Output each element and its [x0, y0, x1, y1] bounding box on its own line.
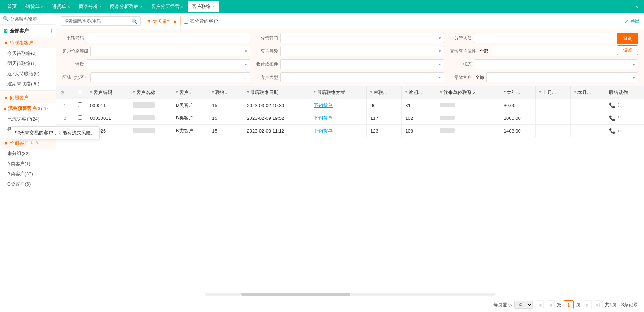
sidebar-item-week-pending[interactable]: 近7天待联络(0)	[0, 69, 56, 79]
per-page-select[interactable]: 50 100	[514, 301, 533, 309]
my-customers-checkbox[interactable]	[184, 19, 188, 24]
th-action: 联络动作	[605, 86, 644, 99]
row-last-contact-method-1[interactable]: 下销货单	[310, 99, 367, 112]
sidebar-group-churn-warning[interactable]: ● 流失预警客户(3) ⓘ	[0, 103, 56, 114]
first-page-btn[interactable]: |◀	[535, 300, 544, 309]
nature-select[interactable]: ▼	[86, 59, 250, 69]
sidebar-item-lost-customers[interactable]: 已流失客户(24)	[0, 114, 56, 124]
next-page-btn[interactable]: ▶	[583, 300, 592, 309]
th-last-month[interactable]: * 上月...	[536, 86, 571, 99]
query-btn[interactable]: 查询	[617, 33, 638, 44]
sidebar-group-problem[interactable]: ▼ 问题客户	[0, 92, 56, 103]
phone-input[interactable]	[86, 33, 250, 43]
nav-tab-customer-layer[interactable]: 客户分层经营 ×	[147, 1, 188, 12]
content-area: 🔍 ▼ 更多条件 ▲ 我分管的客户 ↗ 导出 电话号码	[56, 13, 644, 312]
payment-select[interactable]: ▼	[280, 59, 444, 69]
last-page-btn[interactable]: ▶|	[594, 300, 603, 309]
th-customer-type-label: * 客户...	[176, 90, 193, 95]
nav-home[interactable]: 首页	[3, 1, 21, 12]
sidebar-item-ungrouped[interactable]: 未分组(32)	[0, 149, 56, 159]
th-uncontacted[interactable]: * 未联...	[367, 86, 402, 99]
th-last-contact-method[interactable]: * 最后联络方式	[310, 86, 367, 99]
nav-tab-analysis-list[interactable]: 商品分析列表 ×	[106, 1, 146, 12]
customer-type-select[interactable]: ▼	[280, 72, 444, 82]
nav-tab-sales[interactable]: 销货单 ×	[21, 1, 48, 12]
close-analysis-list-tab[interactable]: ×	[140, 4, 142, 9]
nav-tab-analysis[interactable]: 商品分析 ×	[75, 1, 106, 12]
sidebar-item-today-pending[interactable]: 今天待联络(0)	[0, 48, 56, 58]
th-code[interactable]: * 客户编码	[86, 86, 129, 99]
row-last-contact-method-2[interactable]: 下销货单	[310, 112, 367, 125]
close-sales-tab[interactable]: ×	[41, 4, 43, 9]
sidebar-search-wrap: 🔍	[0, 13, 56, 25]
row-last-month-1	[536, 99, 571, 112]
row-contact-person-3	[436, 125, 500, 137]
region-select[interactable]: ...	[90, 72, 250, 82]
action-more-icon-2[interactable]: ⠿	[617, 115, 621, 121]
value-edit-icon[interactable]: ✎	[35, 141, 39, 146]
staff-select[interactable]: ...	[474, 33, 638, 43]
customer-level-select[interactable]: ▼	[280, 46, 444, 56]
export-btn[interactable]: ↗ 导出	[625, 18, 640, 24]
action-more-icon-3[interactable]: ⠿	[617, 128, 621, 134]
settings-gear-icon[interactable]: ⚙	[60, 90, 65, 96]
sidebar-item-a-class[interactable]: A类客户(1)	[0, 159, 56, 169]
th-checkbox[interactable]	[74, 86, 86, 99]
select-all-checkbox[interactable]	[78, 90, 82, 94]
h-scrollbar-thumb[interactable]	[241, 293, 350, 296]
th-overdue-label: * 逾期...	[405, 90, 422, 95]
churn-warning-info-icon: ⓘ	[44, 106, 48, 112]
settings-btn[interactable]: 设置	[617, 45, 638, 55]
row-checkbox-1[interactable]	[74, 99, 86, 112]
filter-row-zero-attr: 零散客户属性 全部 ▼	[450, 46, 638, 56]
sidebar-item-b-class[interactable]: B类客户(33)	[0, 169, 56, 179]
th-settings[interactable]: ⚙	[56, 86, 74, 99]
export-icon: ↗	[625, 19, 629, 24]
h-scrollbar[interactable]	[205, 293, 496, 296]
collapse-btn[interactable]: 《	[48, 28, 52, 34]
table-row: 1 000011 B类客户 15 2023-03-02 10:30: 下销货单 …	[56, 99, 644, 112]
th-name[interactable]: * 客户名称	[129, 86, 172, 99]
nav-tab-customer-contact[interactable]: 客户联络 ×	[188, 1, 219, 12]
th-customer-type[interactable]: * 客户...	[172, 86, 208, 99]
action-phone-icon-2[interactable]: 📞	[609, 115, 615, 121]
prev-page-btn[interactable]: ◀	[546, 300, 555, 309]
total-label: 共1页，3条记录	[605, 301, 638, 308]
row-code-1: 000011	[86, 99, 129, 112]
more-conditions-btn[interactable]: ▼ 更多条件 ▲	[144, 16, 181, 26]
search-icon-btn[interactable]: 🔍	[131, 18, 137, 24]
close-all-btn[interactable]: ×	[632, 3, 641, 10]
value-refresh-icon[interactable]: ↻	[30, 141, 34, 146]
sidebar-item-c-class[interactable]: C类客户(6)	[0, 179, 56, 189]
th-overdue[interactable]: * 逾期...	[402, 86, 436, 99]
search-input[interactable]	[64, 19, 131, 24]
my-customers-check[interactable]: 我分管的客户	[184, 18, 218, 24]
sidebar-search-input[interactable]	[10, 16, 53, 21]
th-this-month[interactable]: * 本月...	[571, 86, 605, 99]
close-customer-contact-tab[interactable]: ×	[212, 4, 214, 9]
close-analysis-tab[interactable]: ×	[99, 4, 101, 9]
close-purchase-tab[interactable]: ×	[68, 4, 70, 9]
sidebar-search-icon: 🔍	[3, 16, 9, 21]
action-phone-icon-3[interactable]: 📞	[609, 128, 615, 134]
action-phone-icon-1[interactable]: 📞	[609, 102, 615, 108]
th-contact[interactable]: * 联络...	[208, 86, 243, 99]
sidebar-item-overdue-pending[interactable]: 逾期未联络(30)	[0, 79, 56, 89]
status-select[interactable]: ▼	[474, 59, 638, 69]
close-customer-layer-tab[interactable]: ×	[181, 4, 183, 9]
sidebar-item-tomorrow-pending[interactable]: 明天待联络(1)	[0, 58, 56, 69]
nav-tab-purchase[interactable]: 进货单 ×	[48, 1, 74, 12]
zero-customer-select[interactable]: ▼	[486, 72, 638, 82]
th-this-year[interactable]: * 本年...	[500, 86, 535, 99]
th-contact-person[interactable]: * 往来单位联系人	[436, 86, 500, 99]
dept-select[interactable]: ▼	[280, 33, 444, 43]
sidebar-group-pending[interactable]: ▼ 待联络客户	[0, 37, 56, 48]
action-more-icon-1[interactable]: ⠿	[617, 102, 621, 108]
row-last-contact-method-3[interactable]: 下销货单	[310, 125, 367, 137]
sidebar-all-customers[interactable]: ⊞ 全部客户 《	[0, 25, 56, 37]
row-checkbox-2[interactable]	[74, 112, 86, 125]
zero-attr-select[interactable]: ▼	[491, 46, 638, 56]
region-dots[interactable]: ...	[244, 75, 248, 80]
th-last-contact-date[interactable]: * 最后联络日期	[243, 86, 310, 99]
price-level-select[interactable]: ▼	[90, 46, 250, 56]
